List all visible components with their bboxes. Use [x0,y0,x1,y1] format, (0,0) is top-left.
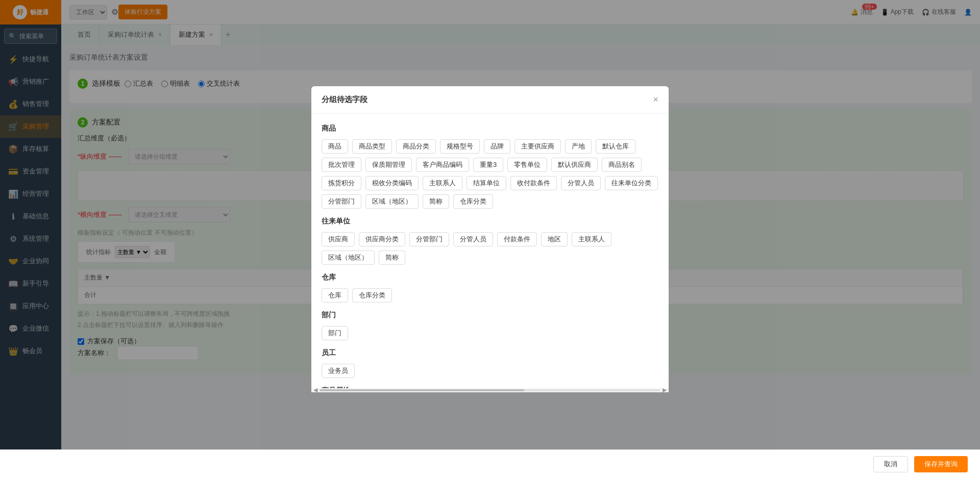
tag-product-14[interactable]: 商品别名 [602,158,642,172]
section-title-staff: 员工 [322,348,658,358]
tag-product-8[interactable]: 批次管理 [322,158,361,172]
modal-overlay: 分组待选字段 × 商品商品商品类型商品分类规格型号品牌主要供应商产地默认仓库批次… [0,0,980,478]
section-title-warehouse: 仓库 [322,273,658,282]
tag-product-0[interactable]: 商品 [322,139,348,154]
tag-warehouse-1[interactable]: 仓库分类 [352,288,392,303]
tag-partner-7[interactable]: 区域（地区） [322,250,375,265]
tags-grid-department: 部门 [322,326,658,340]
tag-partner-1[interactable]: 供应商分类 [359,232,405,246]
modal-title: 分组待选字段 [322,95,368,105]
tag-staff-0[interactable]: 业务员 [322,364,355,378]
tag-product-9[interactable]: 保质期管理 [365,158,412,172]
tag-partner-5[interactable]: 地区 [541,232,568,246]
tag-product-17[interactable]: 主联系人 [423,176,462,190]
section-title-department: 部门 [322,311,658,320]
tag-product-4[interactable]: 品牌 [484,139,510,154]
tag-product-16[interactable]: 税收分类编码 [365,176,419,190]
tag-product-21[interactable]: 往来单位分类 [605,176,658,190]
scroll-right-arrow[interactable]: ▶ [663,387,667,393]
scrollbar-thumb [320,389,524,391]
tag-partner-6[interactable]: 主联系人 [572,232,611,246]
tags-grid-staff: 业务员 [322,364,658,378]
tag-warehouse-0[interactable]: 仓库 [322,288,348,303]
tag-product-7[interactable]: 默认仓库 [596,139,635,154]
tag-product-3[interactable]: 规格型号 [440,139,480,154]
tag-product-15[interactable]: 拣货积分 [322,176,361,190]
tag-product-20[interactable]: 分管人员 [561,176,601,190]
tag-product-12[interactable]: 零售单位 [507,158,547,172]
tag-partner-3[interactable]: 分管人员 [453,232,493,246]
tag-product-25[interactable]: 仓库分类 [453,194,493,209]
tag-product-6[interactable]: 产地 [565,139,592,154]
tags-grid-partner: 供应商供应商分类分管部门分管人员付款条件地区主联系人区域（地区）简称 [322,232,658,265]
modal-header: 分组待选字段 × [311,86,669,114]
section-title-partner: 往来单位 [322,217,658,226]
tag-product-10[interactable]: 客户商品编码 [416,158,469,172]
tag-product-11[interactable]: 重量3 [473,158,503,172]
tag-department-0[interactable]: 部门 [322,326,348,340]
modal-scrollbar[interactable]: ◀ ▶ [311,388,669,392]
tag-product-22[interactable]: 分管部门 [322,194,361,209]
tag-partner-8[interactable]: 简称 [379,250,405,265]
section-title-product: 商品 [322,124,658,133]
tag-partner-0[interactable]: 供应商 [322,232,355,246]
field-select-modal: 分组待选字段 × 商品商品商品类型商品分类规格型号品牌主要供应商产地默认仓库批次… [311,86,669,392]
tag-product-5[interactable]: 主要供应商 [514,139,561,154]
tag-product-18[interactable]: 结算单位 [467,176,506,190]
tag-product-1[interactable]: 商品类型 [352,139,392,154]
bottom-bar: 取消 保存并查询 [0,449,980,478]
tag-product-23[interactable]: 区域（地区） [365,194,419,209]
tag-partner-4[interactable]: 付款条件 [497,232,537,246]
tag-product-13[interactable]: 默认供应商 [551,158,598,172]
tag-product-19[interactable]: 收付款条件 [510,176,557,190]
scrollbar-track [320,389,660,391]
modal-body[interactable]: 商品商品商品类型商品分类规格型号品牌主要供应商产地默认仓库批次管理保质期管理客户… [311,114,669,388]
scroll-left-arrow[interactable]: ◀ [313,387,317,393]
save-query-button[interactable]: 保存并查询 [914,456,968,472]
modal-close-button[interactable]: × [653,94,658,105]
tags-grid-warehouse: 仓库仓库分类 [322,288,658,303]
tag-product-24[interactable]: 简称 [423,194,449,209]
cancel-button[interactable]: 取消 [873,456,908,472]
tag-product-2[interactable]: 商品分类 [396,139,436,154]
tags-grid-product: 商品商品类型商品分类规格型号品牌主要供应商产地默认仓库批次管理保质期管理客户商品… [322,139,658,209]
tag-partner-2[interactable]: 分管部门 [409,232,449,246]
